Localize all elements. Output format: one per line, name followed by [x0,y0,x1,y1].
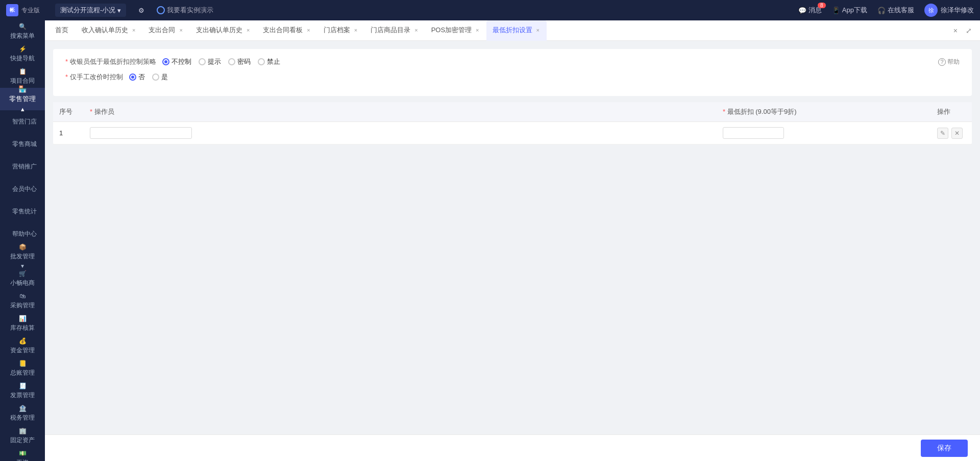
tab-payment-board[interactable]: 支出合同看板 × [257,20,317,41]
sidebar-item-search[interactable]: 🔍 搜索菜单 [0,20,45,43]
tab-payment-history[interactable]: 支出确认单历史 × [190,20,257,41]
sidebar-label-member: 会员中心 [12,185,37,193]
sidebar-item-member[interactable]: 会员中心 [0,178,45,200]
manual-price-label: 仅手工改价时控制 [65,72,123,82]
sidebar-label-retail-mall: 零售商城 [12,140,37,149]
tab-min-discount-close[interactable]: × [535,27,541,34]
sidebar-label-payroll: 工资 [16,458,29,461]
tab-pos-password-label: POS加密管理 [431,26,472,35]
user-name: 徐泽华修改 [941,6,974,15]
sidebar-item-project[interactable]: 📋 项目合同 [0,65,45,88]
app-download-btn[interactable]: 📱 App下载 [832,6,867,15]
table-header-row: 序号 操作员 最低折扣 (9.00等于9折) 操作 [53,102,972,122]
page-content: 收银员低于最低折扣控制策略 不控制 提示 [45,41,980,434]
sidebar-item-marketing[interactable]: 营销推广 [0,155,45,178]
tab-payment-contract[interactable]: 支出合同 × [142,20,189,41]
tab-store-file-close[interactable]: × [353,27,358,34]
tab-payment-history-close[interactable]: × [246,27,251,34]
sidebar-label-smart-store: 智营门店 [12,117,37,126]
customer-service-btn[interactable]: 🎧 在线客服 [877,6,914,15]
sidebar-item-help[interactable]: 帮助中心 [0,223,45,245]
user-menu[interactable]: 徐 徐泽华修改 [924,4,974,17]
sidebar-item-retail-mall[interactable]: 零售商城 [0,133,45,155]
sidebar-item-shortcut[interactable]: ⚡ 快捷导航 [0,43,45,65]
option-password[interactable]: 密码 [228,57,251,66]
discount-table: 序号 操作员 最低折扣 (9.00等于9折) 操作 [53,102,972,144]
sidebar-item-retail-stats[interactable]: 零售统计 [0,200,45,223]
radio-no-control[interactable] [162,58,169,65]
sidebar-item-purchase[interactable]: 🛍 采购管理 [0,290,45,312]
help-label: 帮助 [947,58,960,66]
tab-pos-password-close[interactable]: × [475,27,480,34]
radio-forbid[interactable] [258,58,265,65]
demo-icon [157,6,165,14]
delete-row-btn[interactable]: ✕ [951,128,963,139]
manual-no[interactable]: 否 [129,72,145,82]
sidebar-item-payroll[interactable]: 💵 工资 [0,447,45,461]
tab-payment-board-close[interactable]: × [306,27,311,34]
project-name: 测试分开流程-小况 [60,6,115,15]
sidebar-label-purchase: 采购管理 [10,301,35,310]
sidebar-item-inventory[interactable]: 📊 库存核算 [0,312,45,335]
tab-payment-board-label: 支出合同看板 [263,26,303,35]
sidebar-item-ledger[interactable]: 📒 总账管理 [0,357,45,380]
tab-pos-password[interactable]: POS加密管理 × [425,20,486,41]
demo-link[interactable]: 我要看实例演示 [157,6,213,15]
sidebar-item-smart-store[interactable]: 智营门店 [0,110,45,133]
col-header-operator: 操作员 [84,102,717,122]
radio-manual-yes[interactable] [152,74,159,81]
option-prompt[interactable]: 提示 [199,57,221,66]
purchase-icon: 🛍 [19,293,26,300]
discount-input[interactable] [723,127,784,139]
tab-store-goods-close[interactable]: × [413,27,419,34]
sidebar-item-assets[interactable]: 🏢 固定资产 [0,425,45,447]
inventory-icon: 📊 [19,315,27,322]
manual-yes[interactable]: 是 [152,72,168,82]
content-area: 首页 收入确认单历史 × 支出合同 × 支出确认单历史 × 支出合同看板 × 门… [45,20,980,461]
option-forbid[interactable]: 禁止 [258,57,280,66]
assets-icon: 🏢 [19,427,27,434]
tab-expand-btn[interactable]: ⤢ [964,26,974,36]
customer-service-label: 在线客服 [888,6,914,15]
sidebar-item-wholesale[interactable]: 📦 批发管理 [0,245,45,268]
tab-payment-contract-close[interactable]: × [178,27,183,34]
tab-store-file[interactable]: 门店档案 × [317,20,364,41]
sidebar-item-invoice[interactable]: 🧾 发票管理 [0,380,45,402]
sidebar-item-ecommerce[interactable]: 🛒 小畅电商 [0,268,45,290]
save-button[interactable]: 保存 [921,440,968,457]
app-icon: 📱 [832,7,840,14]
tab-home[interactable]: 首页 [48,20,76,41]
edit-row-btn[interactable]: ✎ [937,128,948,139]
tax-icon: 🏦 [19,405,27,412]
radio-manual-no[interactable] [129,74,136,81]
edit-icon: ✎ [940,130,945,137]
tab-store-goods[interactable]: 门店商品目录 × [364,20,425,41]
row-actions: ✎ ✕ [937,128,966,139]
tab-payment-contract-label: 支出合同 [149,26,175,35]
messages-btn[interactable]: 💬 消息 8 [798,6,822,15]
app-logo: 帐 专业版 [6,4,47,16]
tab-min-discount[interactable]: 最低折扣设置 × [486,20,547,41]
tab-home-label: 首页 [55,26,68,35]
sidebar-item-tax[interactable]: 🏦 税务管理 [0,402,45,425]
manual-no-label: 否 [138,72,145,82]
tab-income-history[interactable]: 收入确认单历史 × [76,20,142,41]
sidebar-label-shortcut: 快捷导航 [10,54,35,63]
help-link[interactable]: ? 帮助 [938,58,960,66]
sidebar-item-retail[interactable]: 🏪 零售管理 [0,88,45,110]
radio-password[interactable] [228,58,235,65]
delete-icon: ✕ [954,130,960,137]
operator-input[interactable] [90,127,192,139]
option-no-control-label: 不控制 [172,57,191,66]
option-no-control[interactable]: 不控制 [162,57,191,66]
project-dropdown-icon [117,7,121,14]
sidebar-label-project: 项目合同 [10,77,35,85]
tab-income-history-close[interactable]: × [131,27,136,34]
radio-prompt[interactable] [199,58,206,65]
project-selector[interactable]: 测试分开流程-小况 [55,4,126,17]
settings-btn[interactable] [134,5,149,16]
sidebar-item-finance[interactable]: 💰 资金管理 [0,335,45,357]
tab-income-history-label: 收入确认单历史 [82,26,128,35]
tab-close-btn[interactable]: × [951,26,960,36]
logo-icon: 帐 [6,4,18,16]
